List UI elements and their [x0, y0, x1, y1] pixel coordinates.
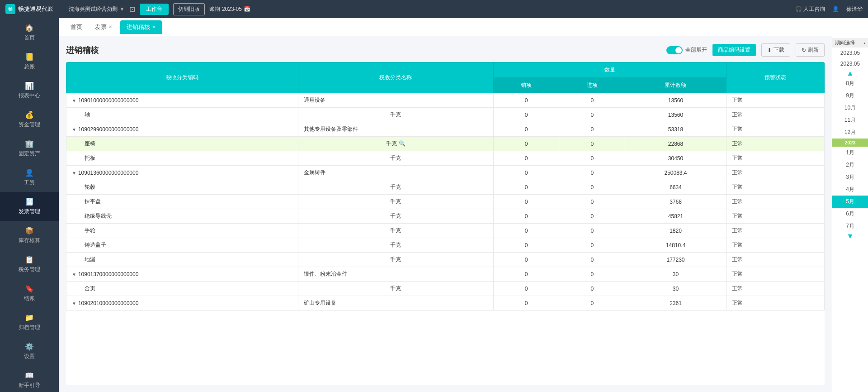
table-cell-code: 抹平盘	[66, 195, 298, 209]
sidebar-item-fund[interactable]: 💰 资金管理	[0, 105, 59, 134]
period-collapse-icon[interactable]: ›	[863, 40, 865, 46]
period-month-3[interactable]: 3月	[832, 171, 868, 183]
sidebar-label-settings: 设置	[24, 353, 35, 360]
page-main: 进销稽核 全部展开 商品编码设置 ⬇ 下载 ↻ 刷新	[59, 36, 832, 392]
period-month-5[interactable]: 5月	[832, 196, 868, 208]
main-layout: 🏠 首页 📒 总账 📊 报表中心 💰 资金管理 🏢 固定资产 👤 工资 🧾 发票…	[0, 18, 868, 392]
content-area: 首页 发票 ✕ 进销稽核 ✕ 进销稽核 全部展开	[59, 18, 868, 392]
fund-icon: 💰	[25, 110, 34, 119]
sidebar-item-tax[interactable]: 📋 税务管理	[0, 250, 59, 279]
table-cell-purchase: 0	[559, 209, 625, 224]
sidebar-item-assets[interactable]: 🏢 固定资产	[0, 134, 59, 163]
col-purchase: 进项	[559, 78, 625, 93]
title-actions: 全部展开 商品编码设置 ⬇ 下载 ↻ 刷新	[666, 43, 825, 57]
sidebar-item-settings[interactable]: ⚙️ 设置	[0, 337, 59, 366]
sidebar-item-archive[interactable]: 📁 归档管理	[0, 308, 59, 337]
download-button[interactable]: ⬇ 下载	[761, 43, 790, 57]
period-month-6[interactable]: 6月	[832, 208, 868, 220]
period-nav-down[interactable]: ▼	[847, 232, 854, 240]
table-cell-sales: 0	[493, 122, 559, 137]
table-cell-status: 正常	[726, 180, 824, 195]
assets-icon: 🏢	[25, 139, 34, 148]
table-cell-total: 22868	[625, 137, 726, 151]
calendar-icon[interactable]: 📅	[244, 6, 250, 12]
period-row-2023-05b[interactable]: 2023.05	[832, 58, 868, 69]
table-cell-status: 正常	[726, 151, 824, 166]
table-cell-status: 正常	[726, 238, 824, 253]
tabs-bar: 首页 发票 ✕ 进销稽核 ✕	[59, 18, 868, 36]
tab-home[interactable]: 首页	[66, 20, 87, 34]
table-cell-purchase: 0	[559, 267, 625, 282]
sidebar-item-payroll[interactable]: 👤 工资	[0, 163, 59, 192]
table-cell-code: ▼10902010000000000000	[66, 296, 298, 311]
save-icon[interactable]: ⊡	[129, 5, 135, 14]
sidebar-label-fund: 资金管理	[19, 121, 40, 129]
workspace-button[interactable]: 工作台	[140, 4, 169, 15]
toggle-switch-control[interactable]	[666, 46, 683, 54]
table-cell-name: 千克	[298, 108, 494, 122]
app-name: 畅捷通易代账	[18, 5, 53, 13]
sidebar-item-ledger[interactable]: 📒 总账	[0, 47, 59, 76]
table-cell-sales: 0	[493, 296, 559, 311]
period-month-8[interactable]: 8月	[832, 77, 868, 90]
sidebar-label-guide: 新手引导	[19, 382, 40, 389]
company-selector[interactable]: 沈海英测试经营勿删 ▼	[69, 5, 125, 13]
sidebar-item-report[interactable]: 📊 报表中心	[0, 76, 59, 105]
table-cell-purchase: 0	[559, 93, 625, 108]
period-month-2[interactable]: 2月	[832, 159, 868, 171]
period-month-11[interactable]: 11月	[832, 114, 868, 126]
refresh-button[interactable]: ↻ 刷新	[796, 43, 825, 57]
table-cell-purchase: 0	[559, 151, 625, 166]
table-cell-total: 30	[625, 267, 726, 282]
invoice-icon: 🧾	[25, 197, 34, 206]
table-cell-purchase: 0	[559, 224, 625, 238]
user-avatar[interactable]: 👤	[832, 6, 839, 12]
data-table-container: 税收分类编码 税收分类名称 数量 预警状态 销项 进项 累计数额	[66, 62, 825, 385]
search-icon[interactable]: 🔍	[399, 140, 406, 147]
table-cell-name: 千克	[298, 282, 494, 296]
period-row-2023-05a[interactable]: 2023.05	[832, 48, 868, 58]
sidebar-label-ledger: 总账	[24, 63, 35, 71]
period-month-12[interactable]: 12月	[832, 126, 868, 139]
tab-invoice-close[interactable]: ✕	[108, 24, 112, 29]
table-cell-code: 手轮	[66, 224, 298, 238]
sidebar-item-home[interactable]: 🏠 首页	[0, 18, 59, 47]
period-display: 账期 2023-05 📅	[209, 5, 250, 13]
period-month-9[interactable]: 9月	[832, 90, 868, 102]
table-cell-sales: 0	[493, 282, 559, 296]
sidebar-item-guide[interactable]: 📖 新手引导	[0, 366, 59, 392]
product-code-button[interactable]: 商品编码设置	[712, 44, 756, 56]
table-cell-name: 千克	[298, 209, 494, 224]
table-cell-name: 通用设备	[298, 93, 494, 108]
refresh-icon: ↻	[802, 47, 806, 53]
period-nav-up[interactable]: ▲	[847, 69, 854, 77]
sidebar-item-closing[interactable]: 🔖 结账	[0, 279, 59, 308]
table-cell-purchase: 0	[559, 238, 625, 253]
period-month-10[interactable]: 10月	[832, 102, 868, 114]
period-month-7[interactable]: 7月	[832, 220, 868, 232]
table-cell-code: 轴	[66, 108, 298, 122]
table-cell-code: ▼10901370000000000000	[66, 267, 298, 282]
tab-reconciliation-close[interactable]: ✕	[152, 24, 156, 29]
table-cell-code: ▼10901360000000000000	[66, 166, 298, 180]
sidebar-label-closing: 结账	[24, 295, 35, 302]
table-cell-status: 正常	[726, 253, 824, 267]
period-month-1[interactable]: 1月	[832, 147, 868, 159]
table-cell-sales: 0	[493, 180, 559, 195]
table-cell-purchase: 0	[559, 195, 625, 209]
table-cell-name: 千克	[298, 195, 494, 209]
tab-invoice[interactable]: 发票 ✕	[89, 20, 118, 34]
switch-version-button[interactable]: 切到旧版	[173, 3, 205, 15]
support-link[interactable]: 🎧 人工咨询	[795, 5, 825, 13]
topbar-right: 🎧 人工咨询 👤 徐泽华	[795, 5, 863, 13]
period-month-4[interactable]: 4月	[832, 183, 868, 196]
table-cell-code: 铸造盖子	[66, 238, 298, 253]
col-total: 累计数额	[625, 78, 726, 93]
table-cell-status: 正常	[726, 93, 824, 108]
expand-toggle[interactable]: 全部展开	[666, 46, 707, 54]
table-cell-total: 53318	[625, 122, 726, 137]
page-title-bar: 进销稽核 全部展开 商品编码设置 ⬇ 下载 ↻ 刷新	[66, 43, 825, 57]
tab-reconciliation[interactable]: 进销稽核 ✕	[120, 20, 162, 34]
sidebar-item-invoice[interactable]: 🧾 发票管理	[0, 192, 59, 221]
sidebar-item-inventory[interactable]: 📦 库存核算	[0, 221, 59, 250]
